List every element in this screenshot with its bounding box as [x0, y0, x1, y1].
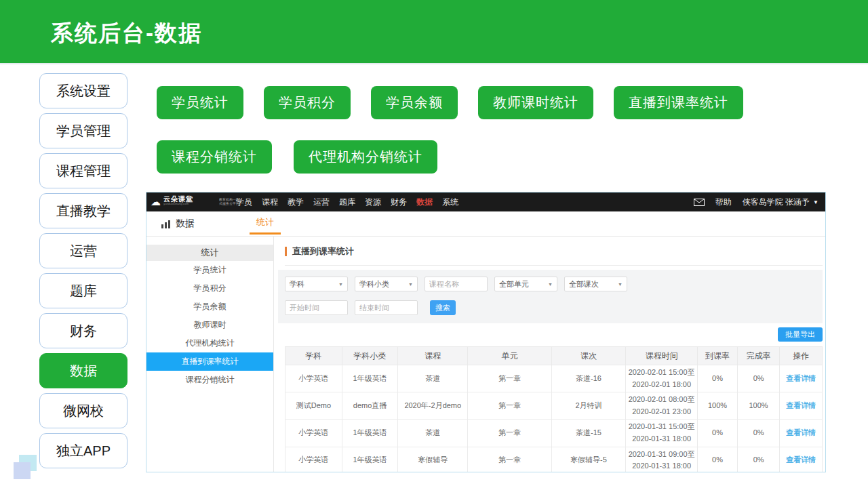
- side-panel-header: 统计: [146, 245, 273, 261]
- filter-area: 学科 ▼ 学科小类 ▼ 全部单元 ▼ 全部课次 ▼: [278, 270, 823, 323]
- chevron-down-icon: ▼: [548, 282, 553, 287]
- table-cell: 寒假辅导: [398, 447, 468, 472]
- quick-link-live-attendance-stats[interactable]: 直播到课率统计: [614, 86, 743, 119]
- sidebar-item-system-settings[interactable]: 系统设置: [39, 73, 127, 108]
- bar-chart-icon: [161, 219, 172, 228]
- table-cell: 2020-02-01 15:00至2020-02-01 18:00: [626, 365, 698, 392]
- view-details-link[interactable]: 查看详情: [786, 455, 816, 464]
- table-cell: 第一章: [468, 392, 552, 420]
- sidebar-item-live-teaching[interactable]: 直播教学: [39, 193, 127, 228]
- quick-links-row-2: 课程分销统计代理机构分销统计: [157, 140, 437, 174]
- side-panel-item-agency-stats[interactable]: 代理机构统计: [146, 334, 273, 352]
- logo[interactable]: ☁ 云朵课堂 yunduoketang.com 教育机构一站 式服务云平台: [151, 195, 231, 209]
- sidebar-item-question-bank[interactable]: 题库: [39, 273, 127, 308]
- table-cell: 第一章: [468, 420, 552, 447]
- table-action-cell: 查看详情: [780, 420, 823, 447]
- quick-link-agency-distribution-stats[interactable]: 代理机构分销统计: [294, 140, 437, 174]
- start-time-input[interactable]: [285, 300, 348, 315]
- nav-item-resources[interactable]: 资源: [365, 197, 381, 208]
- nav-item-data[interactable]: 数据: [416, 197, 433, 208]
- chevron-down-icon: ▼: [408, 282, 413, 287]
- table-cell: 2月特训: [551, 392, 625, 420]
- nav-item-teaching[interactable]: 教学: [288, 197, 304, 208]
- sidebar-item-data[interactable]: 数据: [39, 353, 127, 388]
- table-header-cell: 完成率: [737, 347, 780, 365]
- table-cell: 1年级英语: [342, 447, 397, 472]
- module-label: 数据: [161, 218, 195, 230]
- sidebar-item-finance[interactable]: 财务: [39, 313, 127, 348]
- search-button[interactable]: 搜索: [430, 300, 456, 315]
- table-header-cell: 课程: [398, 347, 468, 365]
- admin-sub-nav: 数据 统计: [146, 211, 825, 237]
- quick-link-student-balance[interactable]: 学员余额: [371, 86, 458, 119]
- quick-link-student-points[interactable]: 学员积分: [264, 86, 351, 119]
- admin-body: 统计 学员统计学员积分学员余额教师课时代理机构统计直播到课率统计课程分销统计 直…: [146, 237, 825, 472]
- table-cell: 0%: [698, 447, 738, 472]
- page-header: 系统后台-数据: [0, 0, 868, 64]
- nav-item-finance[interactable]: 财务: [391, 197, 407, 208]
- sidebar-item-course-management[interactable]: 课程管理: [39, 153, 127, 188]
- quick-link-student-stats[interactable]: 学员统计: [157, 86, 243, 119]
- table-header-cell: 课次: [551, 347, 625, 365]
- table-header-cell: 操作: [780, 347, 823, 365]
- unit-select[interactable]: 全部单元 ▼: [494, 277, 557, 291]
- logo-domain: yunduoketang.com: [163, 203, 189, 206]
- course-name-input[interactable]: [425, 277, 488, 291]
- stats-content: 直播到课率统计 学科 ▼ 学科小类 ▼ 全部单元 ▼: [274, 237, 825, 472]
- section-title: 直播到课率统计: [285, 245, 823, 266]
- export-row: 批量导出: [285, 327, 823, 342]
- side-panel-item-student-stats[interactable]: 学员统计: [146, 261, 273, 279]
- table-cell: 0%: [737, 447, 780, 472]
- view-details-link[interactable]: 查看详情: [786, 428, 816, 436]
- sidebar-item-operations[interactable]: 运营: [39, 233, 127, 268]
- side-panel-item-student-balance[interactable]: 学员余额: [146, 298, 273, 316]
- lesson-select[interactable]: 全部课次 ▼: [564, 277, 627, 291]
- nav-item-system[interactable]: 系统: [442, 197, 458, 208]
- batch-export-button[interactable]: 批量导出: [778, 327, 823, 342]
- tab-statistics[interactable]: 统计: [250, 211, 281, 235]
- end-time-input[interactable]: [355, 300, 418, 315]
- side-panel-item-student-points[interactable]: 学员积分: [146, 279, 273, 298]
- view-details-link[interactable]: 查看详情: [786, 374, 816, 382]
- side-panel-item-live-attendance-stats[interactable]: 直播到课率统计: [146, 352, 273, 371]
- mail-icon[interactable]: [694, 199, 705, 206]
- quick-link-teacher-hours-stats[interactable]: 教师课时统计: [478, 86, 593, 119]
- table-cell: 小学英语: [285, 420, 342, 447]
- table-cell: 0%: [698, 420, 738, 447]
- page-title: 系统后台-数据: [0, 0, 868, 49]
- table-header-cell: 学科小类: [342, 347, 397, 365]
- chevron-down-icon: ▼: [338, 282, 343, 287]
- subject-subtype-select[interactable]: 学科小类 ▼: [355, 277, 418, 291]
- help-link[interactable]: 帮助: [715, 197, 732, 208]
- sidebar-item-standalone-app[interactable]: 独立APP: [39, 433, 127, 468]
- table-cell: 100%: [737, 392, 780, 420]
- logo-tagline: 教育机构一站 式服务云平台: [219, 198, 239, 206]
- table-cell: demo直播: [342, 392, 397, 420]
- sidebar-item-student-management[interactable]: 学员管理: [39, 113, 127, 148]
- table-cell: 测试Demo: [285, 392, 342, 420]
- table-row: 测试Demodemo直播2020年-2月demo第一章2月特训2020-02-0…: [285, 392, 823, 420]
- table-cell: 第一章: [468, 365, 552, 392]
- attendance-table: 学科学科小类课程单元课次课程时间到课率完成率操作 小学英语1年级英语茶道第一章茶…: [285, 346, 823, 472]
- table-cell: 1年级英语: [342, 420, 397, 447]
- table-cell: 小学英语: [285, 447, 342, 472]
- sidebar: 系统设置学员管理课程管理直播教学运营题库财务数据微网校独立APP: [39, 73, 127, 468]
- table-cell: 茶道: [398, 420, 468, 447]
- logo-text: 云朵课堂: [163, 195, 210, 203]
- table-cell: 茶道-16: [551, 365, 625, 392]
- account-menu[interactable]: 侠客岛学院 张涵予 ▼: [743, 197, 818, 208]
- sidebar-item-micro-school[interactable]: 微网校: [39, 393, 127, 428]
- admin-nav-right: 帮助 侠客岛学院 张涵予 ▼: [694, 197, 818, 208]
- nav-item-courses[interactable]: 课程: [262, 197, 278, 208]
- subject-select[interactable]: 学科 ▼: [285, 277, 348, 291]
- table-action-cell: 查看详情: [780, 447, 823, 472]
- view-details-link[interactable]: 查看详情: [786, 401, 816, 409]
- quick-link-course-distribution-stats[interactable]: 课程分销统计: [157, 140, 272, 174]
- cloud-icon: ☁: [151, 197, 161, 207]
- table-header-cell: 课程时间: [626, 347, 698, 365]
- side-panel-item-course-distribution[interactable]: 课程分销统计: [146, 371, 273, 389]
- table-cell: 茶道-15: [551, 420, 625, 447]
- side-panel-item-teacher-hours[interactable]: 教师课时: [146, 316, 273, 334]
- nav-item-question-bank[interactable]: 题库: [339, 197, 355, 208]
- nav-item-operations[interactable]: 运营: [313, 197, 330, 208]
